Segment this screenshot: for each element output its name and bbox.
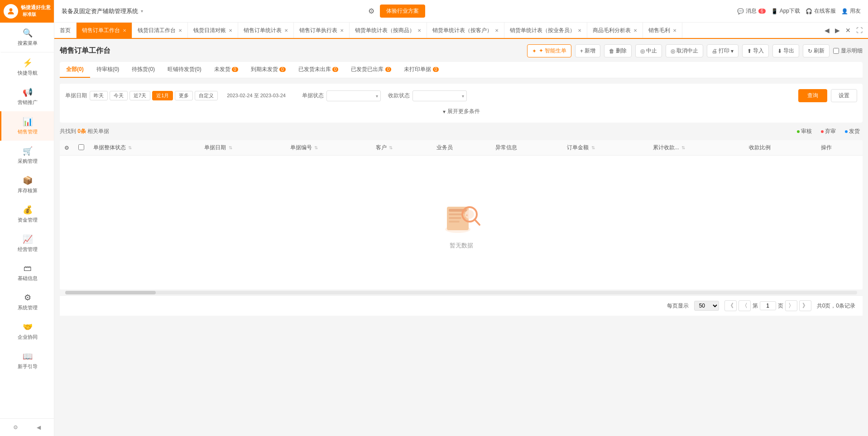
select-all-checkbox[interactable] <box>78 144 84 150</box>
refresh-button[interactable]: ↻ 刷新 <box>803 44 830 57</box>
sort-icon-no[interactable]: ⇅ <box>314 145 318 150</box>
filter-tab-pending-review[interactable]: 待审核(0) <box>90 62 126 78</box>
filter-tab-all[interactable]: 全部(0) <box>60 62 90 78</box>
tab-close-icon-10[interactable]: ✕ <box>673 28 676 33</box>
tab-sales-by-staff[interactable]: 销货单统计表（按业务员） ✕ <box>504 23 587 38</box>
review-action-btn[interactable]: 审核 <box>794 126 815 137</box>
sidebar-item-inventory[interactable]: 📦 库存核算 <box>0 170 54 199</box>
show-detail-checkbox-label[interactable]: 显示明细 <box>833 47 863 55</box>
scrollbar-thumb[interactable] <box>65 291 156 294</box>
filter-tab-shipped-out[interactable]: 已发货已出库 0 <box>345 62 398 78</box>
tab-sales-exec[interactable]: 销售订单执行表 ✕ <box>294 23 350 38</box>
th-doc-date: 单据日期 ⇅ <box>200 140 285 156</box>
tab-close-icon-4[interactable]: ✕ <box>284 28 288 33</box>
topbar-dropdown-arrow[interactable]: ▾ <box>141 9 143 14</box>
ship-action-btn[interactable]: 发货 <box>842 126 863 137</box>
tab-close-icon-9[interactable]: ✕ <box>633 28 637 33</box>
smart-generate-button[interactable]: ✦ ✦ 智能生单 <box>527 44 571 57</box>
filter-tab-unprinted[interactable]: 未打印单据 0 <box>398 62 445 78</box>
sidebar-item-system[interactable]: ⚙ 系统管理 <box>0 287 54 317</box>
tab-close-icon-7[interactable]: ✕ <box>495 28 499 33</box>
tab-sales-by-product[interactable]: 销货单统计表（按商品） ✕ <box>350 23 427 38</box>
tab-cash-reconcile[interactable]: 钱货日清对账 ✕ <box>188 23 238 38</box>
tab-fullscreen-btn[interactable]: ⛶ <box>854 26 864 35</box>
date-btn-1month[interactable]: 近1月 <box>152 91 173 100</box>
sidebar-item-marketing[interactable]: 📢 营销推广 <box>0 82 54 111</box>
th-settings[interactable]: ⚙ <box>60 140 74 156</box>
date-btn-custom[interactable]: 自定义 <box>195 91 218 100</box>
topbar-appdownload-btn[interactable]: 📱 App下载 <box>771 7 800 15</box>
page-number-input[interactable] <box>760 301 776 310</box>
sort-icon-payment[interactable]: ⇅ <box>681 145 685 150</box>
sort-icon-customer[interactable]: ⇅ <box>389 145 393 150</box>
topbar-cta-button[interactable]: 体验行业方案 <box>380 5 425 18</box>
stop-button[interactable]: ◎ 中止 <box>635 44 662 57</box>
tab-close-all-btn[interactable]: ✕ <box>844 26 853 35</box>
tab-close-icon-8[interactable]: ✕ <box>578 28 581 33</box>
first-page-btn[interactable]: 《 <box>724 300 737 311</box>
sidebar-item-basic[interactable]: 🗃 基础信息 <box>0 258 54 287</box>
filter-tab-wangpu-pending[interactable]: 旺铺待发货(0) <box>161 62 208 78</box>
tab-cash-daily-workbench[interactable]: 钱货日清工作台 ✕ <box>132 23 188 38</box>
date-btn-yesterday[interactable]: 昨天 <box>90 91 108 100</box>
last-page-btn[interactable]: 》 <box>799 300 811 311</box>
sidebar-item-finance[interactable]: 💰 资金管理 <box>0 199 54 229</box>
delete-button[interactable]: 🗑 删除 <box>604 44 632 57</box>
prev-page-btn[interactable]: 〈 <box>739 300 751 311</box>
tab-next-btn[interactable]: ▶ <box>833 26 842 35</box>
sort-icon-status[interactable]: ⇅ <box>128 145 132 150</box>
topbar-settings-icon[interactable]: ⚙ <box>368 7 374 15</box>
expand-more-btn[interactable]: ▾ 展开更多条件 <box>439 106 484 117</box>
tab-sales-order-workbench[interactable]: 销售订单工作台 ✕ <box>77 23 132 38</box>
filter-status-select[interactable] <box>326 90 381 101</box>
tab-close-icon-3[interactable]: ✕ <box>229 28 232 33</box>
sidebar-item-quick-nav[interactable]: ⚡ 快捷导航 <box>0 52 54 82</box>
date-btn-today[interactable]: 今天 <box>110 91 128 100</box>
th-checkbox[interactable] <box>74 140 89 156</box>
tab-margin-analysis[interactable]: 商品毛利分析表 ✕ <box>587 23 643 38</box>
topbar-onlineservice-btn[interactable]: 🎧 在线客服 <box>806 7 836 15</box>
topbar-user-btn[interactable]: 👤 用友 <box>841 7 861 15</box>
tab-close-icon[interactable]: ✕ <box>123 28 126 33</box>
filter-tab-shipped-not-out[interactable]: 已发货未出库 0 <box>292 62 345 78</box>
next-page-btn[interactable]: 〉 <box>785 300 797 311</box>
tab-prev-btn[interactable]: ◀ <box>823 26 831 35</box>
sidebar-collapse-btn[interactable]: ◀ <box>35 422 43 432</box>
sidebar-settings-btn[interactable]: ⚙ <box>11 422 20 432</box>
sidebar-item-purchase[interactable]: 🛒 采购管理 <box>0 141 54 170</box>
horizontal-scrollbar[interactable] <box>65 290 857 295</box>
date-btn-7days[interactable]: 近7天 <box>129 91 150 100</box>
page-navigation: 《 〈 第 页 〉 》 <box>724 300 811 311</box>
filter-payment-select[interactable] <box>412 90 467 101</box>
sidebar-item-search[interactable]: 🔍 搜索菜单 <box>0 23 54 52</box>
sidebar-item-sales[interactable]: 📊 销售管理 <box>0 111 54 141</box>
topbar-message-btn[interactable]: 💬 消息 6 <box>737 7 766 15</box>
sort-icon-amount[interactable]: ⇅ <box>591 145 595 150</box>
tab-close-icon-6[interactable]: ✕ <box>417 28 421 33</box>
cancel-stop-button[interactable]: ◎ 取消中止 <box>666 44 703 57</box>
cancel-review-action-btn[interactable]: 弃审 <box>818 126 839 137</box>
sidebar-item-guide[interactable]: 📖 新手引导 <box>0 346 54 375</box>
sidebar-item-enterprise[interactable]: 🤝 企业协同 <box>0 317 54 346</box>
filter-tab-unshipped[interactable]: 未发货 0 <box>208 62 245 78</box>
tab-close-icon-5[interactable]: ✕ <box>340 28 344 33</box>
tab-sales-margin[interactable]: 销售毛利 ✕ <box>643 23 682 38</box>
sort-icon-date[interactable]: ⇅ <box>229 145 232 150</box>
sidebar-item-operation[interactable]: 📈 经营管理 <box>0 229 54 258</box>
tab-sales-stat[interactable]: 销售订单统计表 ✕ <box>238 23 294 38</box>
tab-close-icon-2[interactable]: ✕ <box>178 28 182 33</box>
print-button[interactable]: 🖨 打印 ▾ <box>707 44 739 57</box>
tab-home[interactable]: 首页 <box>54 23 77 38</box>
tab-sales-by-customer[interactable]: 销货单统计表（按客户） ✕ <box>427 23 504 38</box>
show-detail-checkbox[interactable] <box>833 48 839 54</box>
app-name: 畅捷通好生意 <box>21 5 51 10</box>
date-btn-more[interactable]: 更多 <box>175 91 193 100</box>
import-button[interactable]: ⬆ 导入 <box>742 44 769 57</box>
page-size-select[interactable]: 50 10 20 100 <box>694 301 719 311</box>
export-button[interactable]: ⬇ 导出 <box>772 44 799 57</box>
add-button[interactable]: + 新增 <box>575 44 600 57</box>
set-button[interactable]: 设置 <box>831 89 857 102</box>
query-button[interactable]: 查询 <box>798 89 827 102</box>
filter-tab-overdue-unshipped[interactable]: 到期未发货 0 <box>245 62 292 78</box>
filter-tab-pending-pick[interactable]: 待拣货(0) <box>125 62 161 78</box>
